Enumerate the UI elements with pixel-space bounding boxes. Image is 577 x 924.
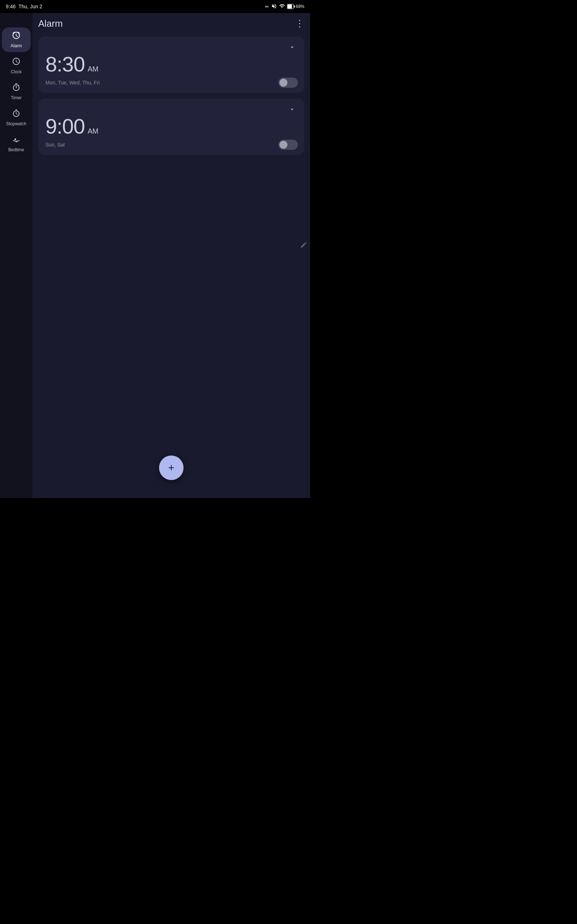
- wifi-icon: [279, 3, 285, 10]
- alarm-1-time-row[interactable]: 8:30 AM: [45, 54, 298, 75]
- alarm-1-days: Mon, Tue, Wed, Thu, Fri: [45, 80, 100, 86]
- sidebar: Alarm Clock Timer: [0, 13, 32, 498]
- sidebar-stopwatch-label: Stopwatch: [6, 121, 26, 126]
- alarm-2-time: 9:00: [45, 116, 85, 137]
- sidebar-item-bedtime[interactable]: Bedtime: [2, 131, 31, 156]
- timer-nav-icon: [12, 83, 21, 94]
- sidebar-item-timer[interactable]: Timer: [2, 79, 31, 104]
- bedtime-nav-icon: [12, 135, 21, 146]
- alarm-card-1: 8:30 AM Mon, Tue, Wed, Thu, Fri: [38, 36, 305, 93]
- alarm-1-footer: Mon, Tue, Wed, Thu, Fri: [45, 78, 298, 88]
- alarm-2-expand-button[interactable]: [286, 103, 298, 115]
- alarm-2-time-row[interactable]: 9:00 AM: [45, 116, 298, 137]
- alarm-1-time: 8:30: [45, 54, 85, 75]
- sidebar-item-alarm[interactable]: Alarm: [2, 27, 31, 52]
- alarm-1-expand-button[interactable]: [286, 42, 298, 53]
- sidebar-alarm-label: Alarm: [10, 43, 22, 48]
- sidebar-timer-label: Timer: [11, 95, 22, 100]
- alarm-nav-icon: [12, 31, 21, 42]
- sidebar-bedtime-label: Bedtime: [8, 147, 24, 152]
- alarm-1-toggle[interactable]: [279, 78, 298, 88]
- pencil-icon: ✏: [265, 4, 269, 10]
- status-bar-right: ✏ 68%: [265, 3, 305, 10]
- sidebar-item-stopwatch[interactable]: Stopwatch: [2, 105, 31, 130]
- alarm-card-1-header: [45, 42, 298, 53]
- alarm-2-ampm: AM: [88, 127, 98, 135]
- alarm-2-toggle-thumb: [279, 141, 287, 149]
- stopwatch-nav-icon: [12, 109, 21, 120]
- sidebar-item-clock[interactable]: Clock: [2, 53, 31, 78]
- status-date: Thu, Jun 2: [18, 3, 42, 10]
- alarm-1-ampm: AM: [88, 65, 98, 73]
- alarm-2-footer: Sun, Sat: [45, 140, 298, 150]
- battery-percent: 68%: [296, 4, 305, 9]
- alarm-1-toggle-thumb: [279, 79, 287, 87]
- status-bar-left: 9:46 Thu, Jun 2: [6, 3, 42, 10]
- status-bar: 9:46 Thu, Jun 2 ✏ 68%: [0, 0, 310, 13]
- clock-nav-icon: [12, 57, 21, 68]
- alarm-card-2: 9:00 AM Sun, Sat: [38, 99, 305, 155]
- alarm-card-2-header: [45, 103, 298, 115]
- svg-rect-1: [287, 5, 292, 9]
- mute-icon: [271, 3, 277, 10]
- main-content: Alarm ⋮ 8:30 AM Mon, Tue, Wed, Thu, Fri: [32, 13, 310, 498]
- battery-icon: 68%: [287, 4, 305, 9]
- edit-pencil-icon[interactable]: [300, 241, 307, 250]
- svg-rect-2: [294, 5, 295, 8]
- overflow-menu-button[interactable]: ⋮: [295, 18, 305, 29]
- status-time: 9:46: [6, 3, 16, 10]
- alarm-2-days: Sun, Sat: [45, 142, 65, 148]
- app-container: Alarm Clock Timer: [0, 13, 310, 498]
- add-alarm-fab[interactable]: +: [159, 456, 184, 480]
- alarm-2-toggle[interactable]: [279, 140, 298, 150]
- sidebar-clock-label: Clock: [11, 69, 22, 74]
- page-title: Alarm: [38, 18, 63, 29]
- page-header: Alarm ⋮: [38, 18, 305, 29]
